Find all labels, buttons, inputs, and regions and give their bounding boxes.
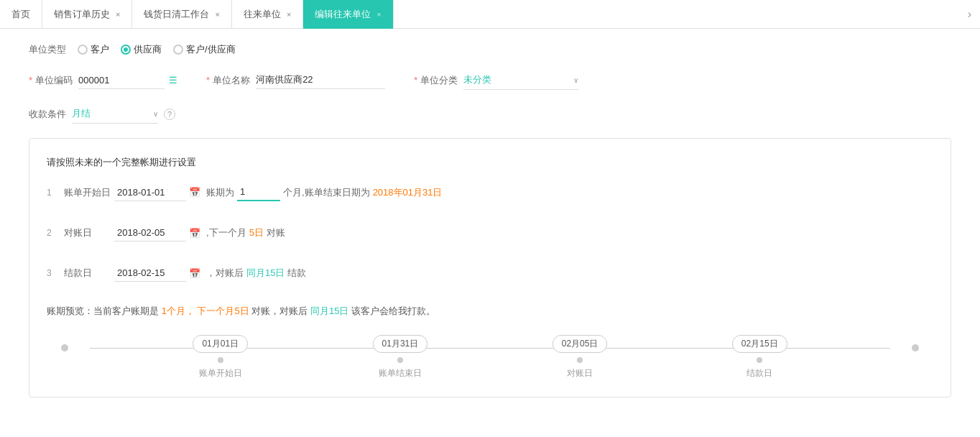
row-3-highlight: 同月15日 [246,267,285,280]
tabs-expand-button[interactable]: › [959,8,980,21]
timeline-label-3: 对账日 [567,367,593,380]
radio-supplier-circle [121,45,131,55]
timeline-points: 01月01日 账单开始日 01月31日 账单结束日 02月05日 对账日 [61,335,919,380]
tab-home[interactable]: 首页 [0,0,42,29]
timeline-container: 01月01日 账单开始日 01月31日 账单结束日 02月05日 对账日 [47,335,933,380]
radio-both[interactable]: 客户/供应商 [173,43,236,56]
timeline-start-dot [61,344,68,351]
timeline-label-2: 账单结束日 [379,367,422,380]
preview-mid: 对账，对账后 [251,305,308,316]
tab-partner-close[interactable]: × [287,10,291,19]
timeline-point-1: 01月01日 账单开始日 [193,335,248,380]
row-3-label: 结款日 [64,267,114,280]
row-1-period-label: 账期为 [206,186,234,199]
period-input[interactable] [237,183,280,201]
radio-customer[interactable]: 客户 [78,43,109,56]
unit-name-star: * [206,75,210,86]
payment-date-input[interactable] [114,264,186,282]
row-2-highlight: 5日 [249,226,264,239]
unit-category-label: 单位分类 [420,74,458,87]
radio-supplier[interactable]: 供应商 [121,43,162,56]
radio-both-label: 客户/供应商 [186,43,236,56]
timeline-end [912,335,919,359]
tab-partner[interactable]: 往来单位 × [232,0,303,29]
timeline-tag-2: 01月31日 [373,335,428,353]
row-3-num: 3 [47,268,64,278]
start-date-input[interactable] [114,184,186,201]
row-2-label: 对账日 [64,226,114,239]
unit-name-label: 单位名称 [213,74,250,87]
unit-name-input[interactable] [256,72,385,89]
preview-text: 账期预览：当前客户账期是 1个月， 下一个月5日 对账，对账后 同月15日 该客… [47,305,933,318]
tab-home-label: 首页 [11,8,30,21]
timeline-point-3: 02月05日 对账日 [553,335,608,380]
tab-sales-history[interactable]: 销售订单历史 × [42,0,132,29]
timeline-dot-3 [577,357,583,363]
payment-date-cal-icon[interactable]: 📅 [189,268,200,279]
payment-help-icon[interactable]: ? [164,109,175,120]
row-1-desc: 账期为 个月,账单结束日期为 2018年01月31日 [206,183,442,201]
radio-supplier-label: 供应商 [134,43,162,56]
row-2-post: 对账 [267,226,285,239]
unit-category-star: * [414,75,417,86]
tab-edit-partner-close[interactable]: × [376,10,381,19]
unit-type-row: 单位类型 客户 供应商 客户/供应商 [29,43,951,56]
row-1-end-date: 2018年01月31日 [373,186,443,199]
timeline-tag-4: 02月15日 [732,335,787,353]
config-row-2: 2 对账日 📅 ,下一个月 5日 对账 [47,224,933,247]
unit-category-value: 未分类 [463,73,570,86]
timeline-start [61,335,68,359]
tab-sales-close[interactable]: × [116,10,120,19]
timeline-label-4: 结款日 [746,367,772,380]
timeline-tag-3: 02月05日 [553,335,608,353]
timeline-dot-4 [757,357,762,363]
panel-title: 请按照未来的一个完整帐期进行设置 [47,156,933,169]
timeline-point-2: 01月31日 账单结束日 [373,335,428,380]
unit-category-dropdown[interactable]: 未分类 ∨ [463,70,578,90]
preview-next-reconcile: 下一个月5日 [197,305,249,316]
preview-payment-day: 同月15日 [310,305,348,316]
tab-edit-partner[interactable]: 编辑往来单位 × [303,0,393,29]
tab-cash-close[interactable]: × [215,10,219,19]
config-panel: 请按照未来的一个完整帐期进行设置 1 账单开始日 📅 账期为 个月,账单结束日期… [29,138,951,397]
timeline-point-4: 02月15日 结款日 [732,335,787,380]
unit-name-group: * 单位名称 [206,72,385,89]
start-date-cal-icon[interactable]: 📅 [189,187,200,198]
unit-code-input[interactable] [78,72,165,89]
unit-category-arrow: ∨ [573,76,578,84]
row-1-month-label: 个月,账单结束日期为 [283,186,370,199]
unit-category-group: * 单位分类 未分类 ∨ [414,70,578,90]
row-1-num: 1 [47,188,64,198]
row-2-num: 2 [47,228,64,238]
tab-partner-label: 往来单位 [244,8,281,21]
row-2-pre: ,下一个月 [206,226,246,239]
main-content: 单位类型 客户 供应商 客户/供应商 * 单位编码 ☰ * 单位名称 [0,29,980,437]
unit-code-label: 单位编码 [35,74,73,87]
tab-edit-partner-label: 编辑往来单位 [315,8,371,21]
payment-dropdown[interactable]: 月结 ∨ [72,104,158,124]
unit-code-star: * [29,75,32,86]
reconcile-date-input[interactable] [114,224,186,242]
tab-sales-label: 销售订单历史 [54,8,110,21]
timeline-label-1: 账单开始日 [199,367,242,380]
preview-period: 1个月， [162,305,195,316]
row-2-desc: ,下一个月 5日 对账 [206,226,285,239]
row-3-pre: ，对账后 [206,267,244,280]
timeline-end-dot [912,344,919,351]
config-row-1: 1 账单开始日 📅 账期为 个月,账单结束日期为 2018年01月31日 [47,183,933,207]
timeline-dot-2 [397,357,403,363]
preview-label: 账期预览：当前客户账期是 [47,305,159,316]
unit-type-label: 单位类型 [29,43,66,56]
reconcile-date-cal-icon[interactable]: 📅 [189,228,200,239]
radio-group: 客户 供应商 客户/供应商 [78,43,236,56]
config-row-3: 3 结款日 📅 ，对账后 同月15日 结款 [47,264,933,288]
unit-fields-row: * 单位编码 ☰ * 单位名称 * 单位分类 未分类 ∨ [29,70,951,90]
timeline-dot-1 [218,357,223,363]
unit-code-group: * 单位编码 ☰ [29,72,177,89]
row-3-post: 结款 [287,267,306,280]
row-3-desc: ，对账后 同月15日 结款 [206,267,306,280]
payment-arrow: ∨ [153,110,158,118]
tab-cash-work[interactable]: 钱货日清工作台 × [132,0,231,29]
radio-customer-circle [78,45,88,55]
unit-code-icon[interactable]: ☰ [169,75,177,86]
